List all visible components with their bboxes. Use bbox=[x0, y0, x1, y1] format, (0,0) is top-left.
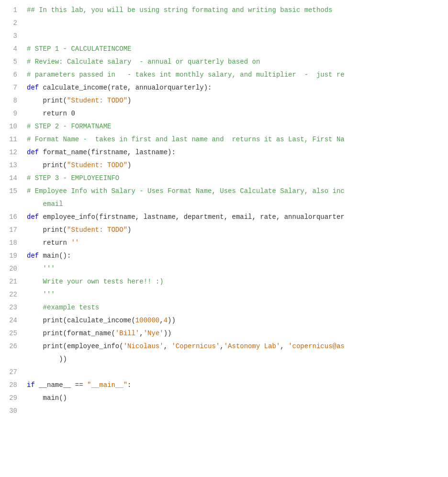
line-num-22: 22 bbox=[0, 288, 17, 301]
line-num-20: 20 bbox=[0, 262, 17, 275]
line-num-30: 30 bbox=[0, 405, 17, 418]
code-line-10: # STEP 2 - FORMATNAME bbox=[27, 120, 448, 133]
code-line-11: # Format Name - takes in first and last … bbox=[27, 133, 448, 146]
code-line-30 bbox=[27, 405, 448, 418]
code-line-29: main() bbox=[27, 392, 448, 405]
line-num-28: 28 bbox=[0, 379, 17, 392]
code-line-15b: email bbox=[27, 198, 448, 211]
code-line-6: # parameters passed in - takes int month… bbox=[27, 68, 448, 81]
code-line-1: ## In this lab, you will be using string… bbox=[27, 4, 448, 17]
line-num-13: 13 bbox=[0, 159, 17, 172]
code-line-27 bbox=[27, 366, 448, 379]
line-num-10: 10 bbox=[0, 120, 17, 133]
line-num-3: 3 bbox=[0, 30, 17, 43]
code-line-16: def employee_info(firstname, lastname, d… bbox=[27, 211, 448, 224]
line-num-5: 5 bbox=[0, 56, 17, 68]
code-line-3 bbox=[27, 30, 448, 43]
code-line-7: def calculate_income(rate, annualorquart… bbox=[27, 81, 448, 94]
code-editor: 1 2 3 4 5 6 7 8 9 10 11 12 13 14 15 16 1… bbox=[0, 0, 448, 477]
line-num-1: 1 bbox=[0, 4, 17, 17]
code-line-20: ''' bbox=[27, 262, 448, 275]
line-num-11: 11 bbox=[0, 133, 17, 146]
code-line-8: print("Student: TODO") bbox=[27, 94, 448, 107]
line-num-4: 4 bbox=[0, 43, 17, 56]
line-num-26b bbox=[0, 353, 17, 366]
code-line-26b: )) bbox=[27, 353, 448, 366]
line-num-25: 25 bbox=[0, 327, 17, 340]
line-num-17: 17 bbox=[0, 224, 17, 237]
line-num-29: 29 bbox=[0, 392, 17, 405]
line-num-27: 27 bbox=[0, 366, 17, 379]
line-num-2: 2 bbox=[0, 17, 17, 30]
code-line-5: # Review: Calculate salary - annual or q… bbox=[27, 56, 448, 68]
line-num-21: 21 bbox=[0, 275, 17, 288]
code-line-17: print("Student: TODO") bbox=[27, 224, 448, 237]
line-num-6: 6 bbox=[0, 68, 17, 81]
code-content[interactable]: ## In this lab, you will be using string… bbox=[25, 4, 448, 473]
line-num-15b bbox=[0, 198, 17, 211]
code-line-22: ''' bbox=[27, 288, 448, 301]
code-line-23: #example tests bbox=[27, 301, 448, 314]
line-num-26: 26 bbox=[0, 340, 17, 353]
line-num-7: 7 bbox=[0, 81, 17, 94]
code-line-9: return 0 bbox=[27, 107, 448, 120]
code-line-13: print("Student: TODO") bbox=[27, 159, 448, 172]
line-num-23: 23 bbox=[0, 301, 17, 314]
code-line-4: # STEP 1 - CALCULATEINCOME bbox=[27, 43, 448, 56]
code-line-19: def main(): bbox=[27, 250, 448, 262]
line-num-14: 14 bbox=[0, 172, 17, 185]
line-num-15: 15 bbox=[0, 185, 17, 198]
line-num-9: 9 bbox=[0, 107, 17, 120]
code-line-26: print(employee_info('Nicolaus', 'Coperni… bbox=[27, 340, 448, 353]
line-num-12: 12 bbox=[0, 146, 17, 159]
line-num-18: 18 bbox=[0, 237, 17, 250]
code-line-24: print(calculate_income(100000,4)) bbox=[27, 314, 448, 327]
code-line-2 bbox=[27, 17, 448, 30]
code-line-25: print(format_name('Bill','Nye')) bbox=[27, 327, 448, 340]
code-line-12: def format_name(firstname, lastname): bbox=[27, 146, 448, 159]
line-num-19: 19 bbox=[0, 250, 17, 262]
code-line-14: # STEP 3 - EMPLOYEEINFO bbox=[27, 172, 448, 185]
code-line-15: # Employee Info with Salary - Uses Forma… bbox=[27, 185, 448, 198]
code-line-21: Write your own tests here!! :) bbox=[27, 275, 448, 288]
line-numbers: 1 2 3 4 5 6 7 8 9 10 11 12 13 14 15 16 1… bbox=[0, 4, 25, 473]
code-line-28: if __name__ == "__main__": bbox=[27, 379, 448, 392]
line-num-8: 8 bbox=[0, 94, 17, 107]
line-num-24: 24 bbox=[0, 314, 17, 327]
code-line-18: return '' bbox=[27, 237, 448, 250]
line-num-16: 16 bbox=[0, 211, 17, 224]
